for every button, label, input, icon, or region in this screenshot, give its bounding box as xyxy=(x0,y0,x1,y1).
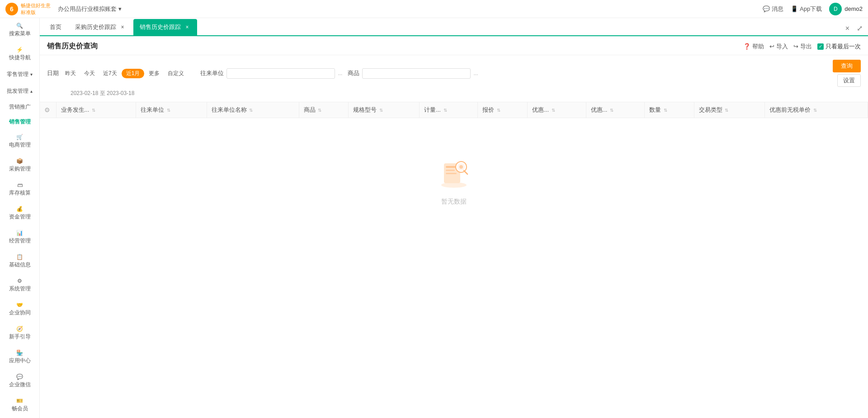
page-title: 销售历史价查询 xyxy=(47,42,98,51)
search-icon: 🔍 xyxy=(16,23,23,29)
date-btn-today[interactable]: 今天 xyxy=(80,69,99,78)
app-icon: 🏪 xyxy=(16,350,23,356)
date-shortcuts: 昨天 今天 近7天 近1月 更多 自定义 xyxy=(61,69,188,78)
sidebar-item-appcenter[interactable]: 🏪 应用中心 xyxy=(0,345,39,369)
sidebar-item-collab[interactable]: 🤝 企业协同 xyxy=(0,297,39,321)
sidebar-item-wechat[interactable]: 💬 企业微信 xyxy=(0,369,39,393)
col-trade-type[interactable]: 交易类型 ⇅ xyxy=(694,102,765,118)
date-btn-more[interactable]: 更多 xyxy=(145,69,163,78)
goods-filter: 商品 ... xyxy=(348,68,478,79)
tab-close-sales[interactable]: × xyxy=(184,24,191,31)
guide-icon: 🧭 xyxy=(16,326,23,332)
sidebar-item-system[interactable]: ⚙ 系统管理 xyxy=(0,273,39,297)
wechat-icon: 💬 xyxy=(16,374,23,380)
col-unit[interactable]: 计量... ⇅ xyxy=(420,102,478,118)
filters-row-1: 日期 昨天 今天 近7天 近1月 更多 自定义 往来单位 xyxy=(47,60,861,87)
import-btn[interactable]: ↩ 导入 xyxy=(769,43,788,51)
expand-btn[interactable]: ⤢ xyxy=(855,23,864,33)
ecommerce-icon: 🛒 xyxy=(16,134,23,140)
goods-input[interactable] xyxy=(362,68,471,79)
query-button[interactable]: 查询 xyxy=(833,60,861,72)
logo-icon: 6 xyxy=(5,3,18,15)
sidebar-item-quicknav[interactable]: ⚡ 快捷导航 xyxy=(0,42,39,66)
page-actions: ❓ 帮助 ↩ 导入 ↪ 导出 ✓ 只看最后一次 xyxy=(743,43,861,51)
date-filter-group: 日期 昨天 今天 近7天 近1月 更多 自定义 xyxy=(47,69,188,78)
main-layout: 🔍 搜索菜单 ⚡ 快捷导航 零售管理 ▾ 批发管理 ▴ 营销推广 销售管理 🛒 … xyxy=(0,18,868,418)
sort-arrows-partner-name: ⇅ xyxy=(249,108,253,113)
top-bar-right: 💬 消息 📱 App下载 D demo2 xyxy=(763,3,863,15)
message-icon: 💬 xyxy=(763,5,770,12)
date-btn-7days[interactable]: 近7天 xyxy=(99,69,121,78)
last-only-checkbox[interactable]: ✓ 只看最后一次 xyxy=(817,43,861,51)
empty-state: 暂无数据 xyxy=(40,118,868,242)
system-icon: ⚙ xyxy=(17,278,22,284)
sort-arrows-partner: ⇅ xyxy=(167,108,170,113)
table-header-row: ⚙ 业务发生... ⇅ 往来单位 ⇅ 往来单位名称 xyxy=(40,102,868,118)
collab-icon: 🤝 xyxy=(16,302,23,308)
empty-illustration xyxy=(436,154,472,190)
sort-arrows-quote: ⇅ xyxy=(497,108,500,113)
svg-rect-3 xyxy=(446,170,455,171)
col-qty[interactable]: 数量 ⇅ xyxy=(644,102,694,118)
sidebar-item-finance[interactable]: 💰 资金管理 xyxy=(0,201,39,225)
sidebar-item-operation[interactable]: 📊 经营管理 xyxy=(0,225,39,249)
sidebar-item-basic[interactable]: 📋 基础信息 xyxy=(0,249,39,273)
export-btn[interactable]: ↪ 导出 xyxy=(793,43,812,51)
col-biz-date[interactable]: 业务发生... ⇅ xyxy=(56,102,136,118)
col-goods[interactable]: 商品 ⇅ xyxy=(299,102,349,118)
col-discount2[interactable]: 优惠... ⇅ xyxy=(586,102,644,118)
sidebar-item-search[interactable]: 🔍 搜索菜单 xyxy=(0,18,39,42)
svg-rect-4 xyxy=(446,173,457,174)
chevron-down-icon: ▾ xyxy=(30,72,33,77)
sidebar-item-wholesale[interactable]: 批发管理 ▴ xyxy=(0,83,39,100)
col-partner-name[interactable]: 往来单位名称 ⇅ xyxy=(207,102,299,118)
tab-close-purchase[interactable]: × xyxy=(119,24,126,31)
sort-arrows-goods: ⇅ xyxy=(318,108,321,113)
col-quote[interactable]: 报价 ⇅ xyxy=(478,102,528,118)
sidebar-item-purchase[interactable]: 📦 采购管理 xyxy=(0,153,39,177)
sidebar-item-member[interactable]: 🎫 畅会员 xyxy=(0,393,39,417)
tab-bar-right: × ⤢ xyxy=(844,23,864,35)
settings-button[interactable]: 设置 xyxy=(837,74,861,87)
sidebar-item-marketing[interactable]: 营销推广 xyxy=(0,100,39,114)
avatar: D xyxy=(829,3,842,15)
download-action[interactable]: 📱 App下载 xyxy=(791,5,822,13)
col-pre-discount-price[interactable]: 优惠前无税单价 ⇅ xyxy=(765,102,868,118)
gear-icon[interactable]: ⚙ xyxy=(44,106,50,114)
member-icon: 🎫 xyxy=(16,398,23,404)
sort-arrows-spec: ⇅ xyxy=(379,108,383,113)
table-area: ⚙ 业务发生... ⇅ 往来单位 ⇅ 往来单位名称 xyxy=(40,102,868,118)
col-discount1[interactable]: 优惠... ⇅ xyxy=(528,102,586,118)
download-icon: 📱 xyxy=(791,5,798,12)
inventory-icon: 🗃 xyxy=(17,182,23,188)
sort-arrows-unit: ⇅ xyxy=(443,108,447,113)
col-partner[interactable]: 往来单位 ⇅ xyxy=(136,102,207,118)
date-btn-custom[interactable]: 自定义 xyxy=(164,69,188,78)
tab-purchase-track[interactable]: 采购历史价跟踪 × xyxy=(69,19,132,35)
sidebar-item-retail[interactable]: 零售管理 ▾ xyxy=(0,66,39,83)
tab-bar: 首页 采购历史价跟踪 × 销售历史价跟踪 × × ⤢ xyxy=(40,18,868,36)
sidebar-item-inventory[interactable]: 🗃 库存核算 xyxy=(0,177,39,201)
content-area: 首页 采购历史价跟踪 × 销售历史价跟踪 × × ⤢ 销售历史价查询 xyxy=(40,18,868,418)
date-btn-yesterday[interactable]: 昨天 xyxy=(61,69,80,78)
col-spec[interactable]: 规格型号 ⇅ xyxy=(349,102,420,118)
date-btn-1month[interactable]: 近1月 xyxy=(122,69,145,78)
sidebar: 🔍 搜索菜单 ⚡ 快捷导航 零售管理 ▾ 批发管理 ▴ 营销推广 销售管理 🛒 … xyxy=(0,18,40,418)
sidebar-item-sales[interactable]: 销售管理 xyxy=(0,114,39,129)
app-selector[interactable]: 办公用品行业模拟账套 ▾ xyxy=(54,3,125,15)
nav-icon: ⚡ xyxy=(16,47,23,53)
tab-home[interactable]: 首页 xyxy=(43,19,68,35)
sidebar-item-guide[interactable]: 🧭 新手引导 xyxy=(0,321,39,345)
sidebar-item-ecommerce[interactable]: 🛒 电商管理 xyxy=(0,129,39,153)
message-action[interactable]: 💬 消息 xyxy=(763,5,783,13)
tab-sales-track[interactable]: 销售历史价跟踪 × xyxy=(133,19,197,35)
user-avatar-area[interactable]: D demo2 xyxy=(829,3,863,15)
help-btn[interactable]: ❓ 帮助 xyxy=(743,43,764,51)
sort-arrows-pre-discount-price: ⇅ xyxy=(813,108,817,113)
date-range-text: 2023-02-18 至 2023-03-18 xyxy=(71,90,134,97)
source-unit-filter: 往来单位 ... xyxy=(200,68,342,79)
logo-area: 6 畅捷信好生意 标准版 xyxy=(5,2,51,15)
close-tab-btn[interactable]: × xyxy=(844,24,851,33)
source-unit-input[interactable] xyxy=(226,68,335,79)
col-settings[interactable]: ⚙ xyxy=(40,102,56,118)
